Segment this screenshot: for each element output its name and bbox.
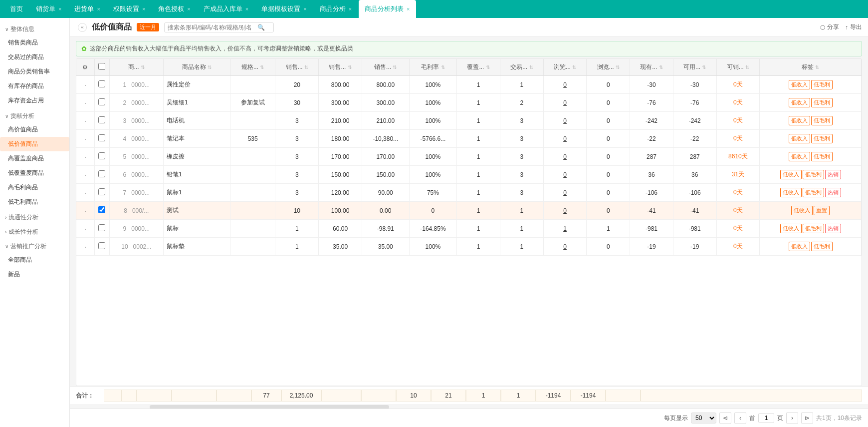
cell-settings[interactable]: · [76,148,94,166]
cell-settings[interactable]: · [76,76,94,94]
sidebar-item-high-profit[interactable]: 高毛利商品 [0,180,69,195]
sidebar-item-low-profit[interactable]: 低毛利商品 [0,195,69,209]
cell-settings[interactable]: · [76,112,94,130]
col-saleable[interactable]: 可销... ⇅ [716,59,760,76]
cell-settings[interactable]: · [76,220,94,238]
sidebar-item-sales-products[interactable]: 销售类商品 [0,35,69,50]
close-icon[interactable]: × [303,6,306,12]
col-trade[interactable]: 交易... ⇅ [500,59,543,76]
sidebar-item-low-value[interactable]: 低价值商品 [0,137,69,151]
sidebar-collapse-button[interactable]: « [78,23,87,32]
cell-settings[interactable]: · [76,184,94,202]
row-checkbox[interactable] [98,242,105,249]
col-sales-qty[interactable]: 销售... ⇅ [275,59,319,76]
cell-settings[interactable]: · [76,130,94,148]
nav-sales-order[interactable]: 销货单 × [30,0,67,18]
close-icon[interactable]: × [245,6,248,12]
cell-browse1[interactable]: 0 [543,166,587,184]
close-icon[interactable]: × [58,6,61,12]
row-checkbox[interactable] [98,206,105,213]
col-tags[interactable]: 标签 ⇅ [760,59,862,76]
nav-product-warehouse[interactable]: 产成品入库单 × [198,0,254,18]
col-sales-amount[interactable]: 销售... ⇅ [319,59,362,76]
select-all-checkbox[interactable] [98,63,105,70]
search-icon[interactable]: 🔍 [257,24,265,31]
close-icon[interactable]: × [187,6,190,12]
collapse-icon[interactable]: ∨ [5,113,8,119]
row-checkbox[interactable] [98,152,105,159]
nav-product-analysis[interactable]: 商品分析 × [314,0,358,18]
col-spec[interactable]: 规格... ⇅ [230,59,275,76]
cell-settings[interactable]: · [76,94,94,112]
data-table-container[interactable]: ⚙ 商... ⇅ 商品名称 ⇅ 规格... ⇅ 销售... ⇅ 销售... ⇅ … [76,58,862,386]
cell-checkbox[interactable] [94,76,109,94]
horizontal-scrollbar[interactable] [70,405,868,409]
col-browse1[interactable]: 浏览... ⇅ [543,59,587,76]
search-input[interactable] [168,24,257,31]
cell-checkbox[interactable] [94,184,109,202]
page-size-select[interactable]: 50 100 200 [691,413,716,424]
cell-settings[interactable]: · [76,238,94,256]
page-number-input[interactable] [758,413,774,423]
nav-product-analysis-list[interactable]: 商品分析列表 × [359,0,416,18]
time-badge[interactable]: 近一月 [137,23,159,31]
cell-browse1[interactable]: 1 [543,220,587,238]
cell-browse1[interactable]: 0 [543,112,587,130]
share-button[interactable]: ⬡ 分享 [820,23,839,31]
row-checkbox[interactable] [98,98,105,105]
cell-browse1[interactable]: 0 [543,76,587,94]
first-page-button[interactable]: ⊲ [719,412,731,424]
settings-icon[interactable]: ⚙ [82,64,88,71]
sidebar-item-stocked-products[interactable]: 有库存的商品 [0,79,69,93]
cell-checkbox[interactable] [94,112,109,130]
row-checkbox[interactable] [98,170,105,177]
col-gross-margin[interactable]: 毛利率 ⇅ [409,59,457,76]
nav-home[interactable]: 首页 [4,0,29,18]
row-checkbox[interactable] [98,188,105,195]
cell-browse1[interactable]: 0 [543,130,587,148]
close-icon[interactable]: × [142,6,145,12]
cell-checkbox[interactable] [94,220,109,238]
next-page-button[interactable]: › [786,412,798,424]
col-browse2[interactable]: 浏览... ⇅ [587,59,630,76]
row-checkbox[interactable] [98,134,105,141]
prev-page-button[interactable]: ‹ [734,412,746,424]
cell-checkbox[interactable] [94,166,109,184]
collapse-icon[interactable]: ∨ [5,244,8,249]
cell-checkbox[interactable] [94,202,109,220]
row-checkbox[interactable] [98,116,105,123]
cell-browse1[interactable]: 0 [543,238,587,256]
sidebar-item-stock-capital[interactable]: 库存资金占用 [0,93,69,108]
sidebar-item-new-products[interactable]: 新品 [0,267,69,282]
sidebar-item-traded-products[interactable]: 交易过的商品 [0,50,69,64]
cell-checkbox[interactable] [94,130,109,148]
nav-purchase-order[interactable]: 进货单 × [68,0,106,18]
row-checkbox[interactable] [98,224,105,231]
cell-browse1[interactable]: 0 [543,184,587,202]
col-available[interactable]: 可用... ⇅ [673,59,716,76]
col-coverage[interactable]: 覆盖... ⇅ [457,59,500,76]
sidebar-item-category-sales-rate[interactable]: 商品分类销售率 [0,64,69,79]
col-name[interactable]: 商品名称 ⇅ [164,59,230,76]
cell-settings[interactable]: · [76,166,94,184]
row-checkbox[interactable] [98,80,105,87]
cell-browse1[interactable]: 0 [543,94,587,112]
nav-role-auth[interactable]: 角色授权 × [152,0,196,18]
sidebar-item-high-value[interactable]: 高价值商品 [0,122,69,137]
sidebar-item-all-products[interactable]: 全部商品 [0,253,69,267]
sidebar-item-high-coverage[interactable]: 高覆盖度商品 [0,151,69,166]
close-icon[interactable]: × [97,6,100,12]
close-icon[interactable]: × [349,6,352,12]
last-page-button[interactable]: ⊳ [801,412,813,424]
cell-checkbox[interactable] [94,148,109,166]
col-current-stock[interactable]: 现有... ⇅ [630,59,673,76]
cell-checkbox[interactable] [94,238,109,256]
nav-template-settings[interactable]: 单据模板设置 × [255,0,312,18]
col-sales-profit[interactable]: 销售... ⇅ [362,59,409,76]
nav-permission[interactable]: 权限设置 × [107,0,151,18]
expand-icon[interactable]: › [5,215,6,220]
cell-settings[interactable]: · [76,202,94,220]
col-code[interactable]: 商... ⇅ [109,59,164,76]
cell-checkbox[interactable] [94,94,109,112]
export-button[interactable]: ↑ 导出 [845,23,862,31]
